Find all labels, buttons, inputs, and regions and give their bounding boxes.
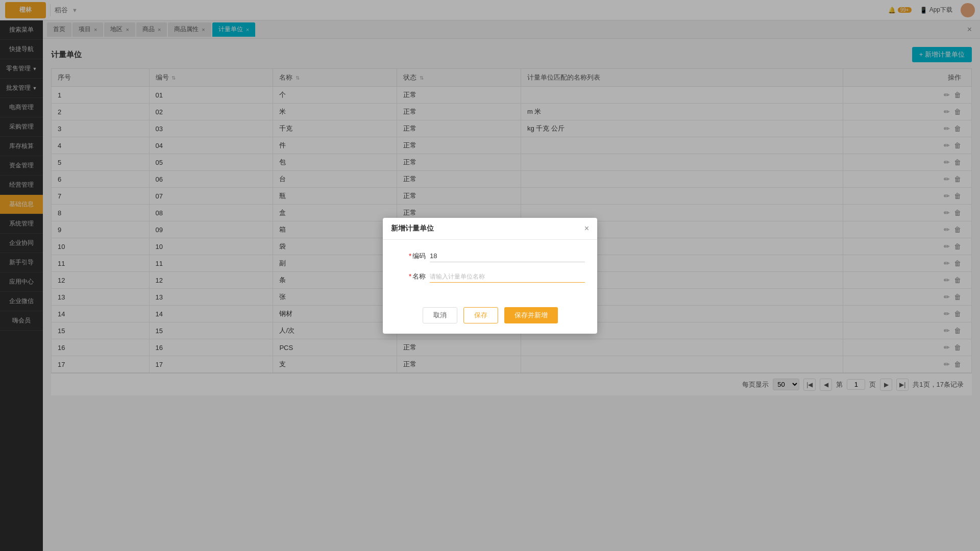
- form-row-code: *编码: [395, 250, 585, 262]
- code-input[interactable]: [430, 250, 585, 262]
- dialog-close-button[interactable]: ×: [584, 224, 589, 233]
- add-unit-dialog: 新增计量单位 × *编码 *名称 取消 保存 保存并新增: [383, 218, 597, 334]
- dialog-body: *编码 *名称: [383, 240, 597, 301]
- dialog-title: 新增计量单位: [391, 224, 434, 233]
- name-input[interactable]: [430, 270, 585, 283]
- save-and-new-button[interactable]: 保存并新增: [504, 307, 558, 323]
- required-star-name: *: [409, 272, 411, 280]
- modal-overlay: 新增计量单位 × *编码 *名称 取消 保存 保存并新增: [0, 0, 980, 551]
- dialog-header: 新增计量单位 ×: [383, 218, 597, 240]
- cancel-button[interactable]: 取消: [423, 307, 457, 323]
- required-star-code: *: [409, 252, 411, 260]
- form-row-name: *名称: [395, 270, 585, 283]
- save-button[interactable]: 保存: [463, 307, 498, 323]
- name-label: *名称: [395, 272, 426, 281]
- code-label: *编码: [395, 252, 426, 261]
- dialog-footer: 取消 保存 保存并新增: [383, 301, 597, 334]
